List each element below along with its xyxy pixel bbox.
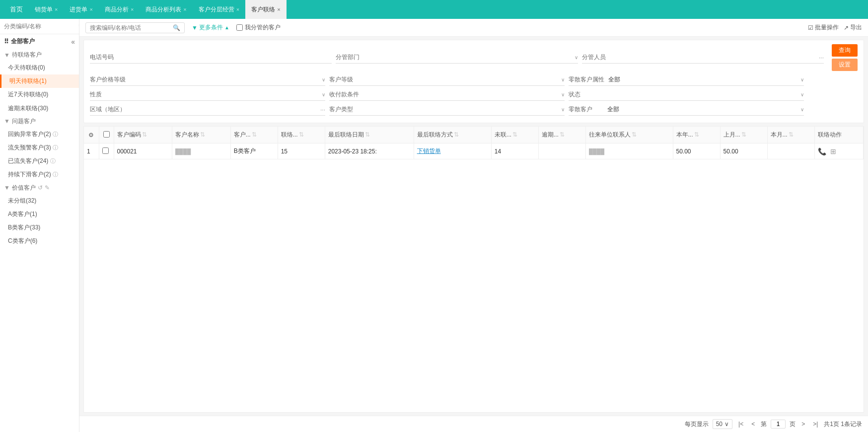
col-type[interactable]: 客户...⇅ <box>230 127 278 144</box>
sidebar-item-today[interactable]: 今天待联络(0) <box>0 61 79 74</box>
nav-sales-close[interactable]: × <box>55 6 58 12</box>
col-checkbox <box>99 127 114 144</box>
action-icons: 📞 ⊞ <box>818 147 860 155</box>
setting-button[interactable]: 设置 <box>832 59 858 71</box>
payment-caret-icon: ∨ <box>561 92 565 97</box>
phone-action-icon[interactable]: 📞 <box>818 147 826 155</box>
filter-actions: 查询 设置 <box>832 44 858 71</box>
value-group-refresh[interactable]: ↺ <box>38 184 43 191</box>
nav-purchase-close[interactable]: × <box>89 6 92 12</box>
sidebar-item-unclassified[interactable]: 未分组(32) <box>0 194 79 208</box>
sidebar-item-lost-risk[interactable]: 流失预警客户(3) ⓘ <box>0 141 79 154</box>
sidebar-item-7days[interactable]: 近7天待联络(0) <box>0 88 79 101</box>
nav-customer-contact-close[interactable]: × <box>277 6 280 12</box>
row-checkbox[interactable] <box>102 147 109 154</box>
col-last-month[interactable]: 上月...⇅ <box>720 127 767 144</box>
sidebar-item-class-a[interactable]: A类客户(1) <box>0 208 79 221</box>
sidebar-search-input[interactable] <box>4 23 78 30</box>
col-overdue[interactable]: 逾期...⇅ <box>538 127 585 144</box>
sidebar-item-continuous-decline[interactable]: 持续下滑客户(2) ⓘ <box>0 168 79 181</box>
nav-sales[interactable]: 销货单 × <box>29 0 64 19</box>
sidebar-item-class-c[interactable]: C类客户(6) <box>0 234 79 248</box>
search-input[interactable] <box>90 24 173 31</box>
last-page-btn[interactable]: >| <box>811 420 820 429</box>
table-row: 1 000021 ████ B类客户 15 2023-05-23 18:25: … <box>84 144 864 159</box>
filter-nature[interactable]: 性质 ∨ <box>90 89 325 101</box>
cell-index: 1 <box>84 144 99 159</box>
filter-phone: 电话号码 <box>90 52 332 64</box>
sidebar-item-tomorrow[interactable]: 明天待联络(1) <box>0 74 79 88</box>
page-size-select[interactable]: 50 ∨ <box>713 419 732 429</box>
next-page-btn[interactable]: > <box>799 420 807 429</box>
nav-goods-analysis-list-close[interactable]: × <box>183 6 186 12</box>
data-table: ⚙ 客户编码⇅ 客户名称⇅ 客户...⇅ 联络...⇅ 最后联络日期⇅ 最后联络… <box>84 127 864 159</box>
col-last-contact-date[interactable]: 最后联络日期⇅ <box>325 127 414 144</box>
search-box: 🔍 <box>85 22 185 33</box>
my-customers-checkbox-label[interactable]: 我分管的客户 <box>236 23 281 32</box>
page-input[interactable] <box>771 420 786 429</box>
batch-op-btn[interactable]: ☑ 批量操作 <box>808 23 839 32</box>
nav-customer-segment[interactable]: 客户分层经营 × <box>193 0 245 19</box>
nav-home[interactable]: 首页 <box>4 0 29 19</box>
all-customers-header[interactable]: ⠿ 全部客户 « <box>0 34 79 49</box>
filter-payment[interactable]: 收付款条件 ∨ <box>329 89 565 101</box>
table-header-row: ⚙ 客户编码⇅ 客户名称⇅ 客户...⇅ 联络...⇅ 最后联络日期⇅ 最后联络… <box>84 127 864 144</box>
col-this-month[interactable]: 本月...⇅ <box>767 127 814 144</box>
col-last-contact-method[interactable]: 最后联络方式⇅ <box>414 127 491 144</box>
filter-region[interactable]: 区域（地区） ··· <box>90 104 325 116</box>
nav-goods-analysis-list[interactable]: 商品分析列表 × <box>140 0 192 19</box>
nav-goods-analysis[interactable]: 商品分析 × <box>99 0 140 19</box>
cell-past-contacts: ████ <box>585 144 673 159</box>
pagination: 每页显示 50 ∨ |< < 第 页 > >| 共1页 1条记录 <box>79 416 868 432</box>
col-contacts[interactable]: 联络...⇅ <box>278 127 325 144</box>
filter-dept[interactable]: 分管部门 ∨ <box>336 52 578 64</box>
col-action: 联络动作 <box>814 127 863 144</box>
filter-collapse-icon: ▲ <box>224 25 229 30</box>
filter-retail-attr[interactable]: 零散客户属性 全部 ∨ <box>569 74 804 86</box>
filter-manager[interactable]: 分管人员 ··· <box>582 52 824 64</box>
export-btn[interactable]: ↗ 导出 <box>844 23 862 32</box>
value-group-edit[interactable]: ✎ <box>45 184 50 191</box>
group-problem-label[interactable]: ▼ 问题客户 <box>0 115 79 128</box>
contact-method-link[interactable]: 下销货单 <box>417 147 441 154</box>
retail-customer-caret-icon: ∨ <box>800 107 804 112</box>
sidebar-item-lost[interactable]: 已流失客户(24) ⓘ <box>0 154 79 168</box>
nav-customer-segment-close[interactable]: × <box>236 6 239 12</box>
col-settings[interactable]: ⚙ <box>84 127 99 144</box>
checkbox-icon: ☑ <box>808 24 813 31</box>
nav-goods-analysis-close[interactable]: × <box>131 6 134 12</box>
group-value-label[interactable]: ▼ 价值客户 ↺ ✎ <box>0 182 79 194</box>
filter-retail-customer[interactable]: 零散客户 全部 ∨ <box>569 104 804 116</box>
grid-action-icon[interactable]: ⊞ <box>830 147 836 155</box>
filter-icon: ▼ <box>192 24 198 31</box>
collapse-icon: « <box>71 38 75 46</box>
col-this-year[interactable]: 本年...⇅ <box>673 127 720 144</box>
group-pending-label[interactable]: ▼ 待联络客户 <box>0 49 79 61</box>
select-all-checkbox[interactable] <box>103 131 110 138</box>
first-page-btn[interactable]: |< <box>736 420 745 429</box>
retail-attr-caret-icon: ∨ <box>800 77 804 82</box>
nav-purchase[interactable]: 进货单 × <box>64 0 98 19</box>
sidebar-item-class-b[interactable]: B类客户(33) <box>0 221 79 234</box>
sidebar-item-repurchase-abnormal[interactable]: 回购异常客户(2) ⓘ <box>0 128 79 141</box>
col-name[interactable]: 客户名称⇅ <box>172 127 231 144</box>
col-code[interactable]: 客户编码⇅ <box>114 127 172 144</box>
more-filter-btn[interactable]: ▼ 更多条件 ▲ <box>189 22 232 33</box>
filter-status[interactable]: 状态 ∨ <box>569 89 804 101</box>
query-button[interactable]: 查询 <box>832 44 858 57</box>
data-table-container: ⚙ 客户编码⇅ 客户名称⇅ 客户...⇅ 联络...⇅ 最后联络日期⇅ 最后联络… <box>83 126 864 413</box>
filter-customer-type[interactable]: 客户类型 ∨ <box>329 104 565 116</box>
search-icon[interactable]: 🔍 <box>173 24 180 31</box>
filter-price-level[interactable]: 客户价格等级 ∨ <box>90 74 325 86</box>
my-customers-checkbox[interactable] <box>236 24 243 31</box>
sidebar: 🔍 ⠿ 全部客户 « ▼ 待联络客户 今天待联络(0) 明天待联络(1) 近7天… <box>0 19 79 432</box>
nav-customer-contact[interactable]: 客户联络 × <box>245 0 286 19</box>
filter-customer-level[interactable]: 客户等级 ∨ <box>329 74 565 86</box>
col-past-contacts[interactable]: 往来单位联系人⇅ <box>585 127 673 144</box>
filter-phone-input[interactable] <box>129 54 332 61</box>
col-uncontacted[interactable]: 未联...⇅ <box>491 127 538 144</box>
cell-this-year: 50.00 <box>673 144 720 159</box>
top-nav: 首页 销货单 × 进货单 × 商品分析 × 商品分析列表 × 客户分层经营 × … <box>0 0 868 19</box>
prev-page-btn[interactable]: < <box>749 420 757 429</box>
sidebar-item-overdue[interactable]: 逾期未联络(30) <box>0 102 79 115</box>
